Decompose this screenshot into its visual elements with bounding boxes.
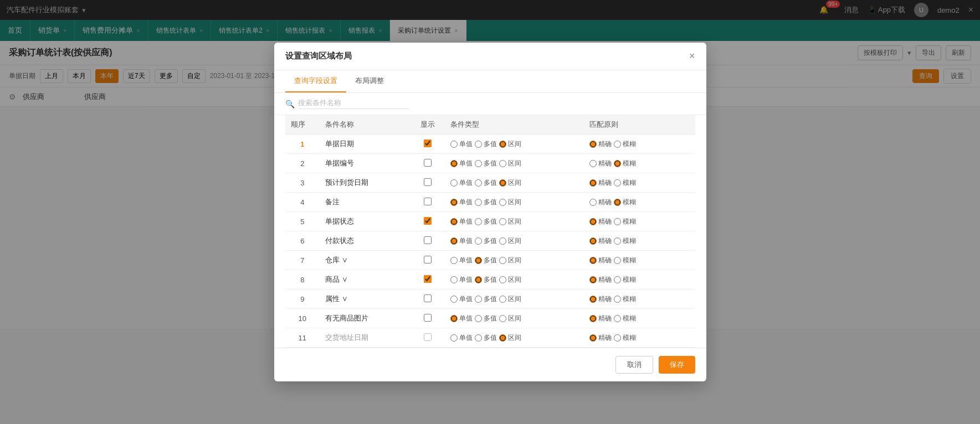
type-multi-label[interactable]: 多值 [475, 159, 497, 168]
type-range-radio[interactable] [499, 160, 506, 167]
match-fuzzy-radio[interactable] [614, 257, 621, 264]
match-fuzzy-label[interactable]: 模糊 [614, 198, 636, 207]
type-range-radio[interactable] [499, 237, 506, 245]
type-multi-radio[interactable] [475, 257, 482, 264]
match-fuzzy-radio[interactable] [614, 218, 621, 225]
row-display-checkbox[interactable] [424, 139, 432, 147]
type-single-radio[interactable] [450, 237, 458, 245]
type-range-label[interactable]: 区间 [499, 159, 521, 168]
row-display-checkbox[interactable] [424, 275, 432, 283]
type-multi-label[interactable]: 多值 [475, 198, 497, 207]
match-exact-label[interactable]: 精确 [589, 256, 612, 265]
match-exact-radio[interactable] [589, 315, 597, 322]
type-multi-radio[interactable] [475, 141, 482, 148]
row-display-checkbox[interactable] [424, 198, 432, 205]
row-display-checkbox[interactable] [424, 178, 432, 186]
type-range-label[interactable]: 区间 [499, 198, 521, 207]
type-single-radio[interactable] [450, 218, 458, 225]
match-exact-radio[interactable] [589, 199, 597, 206]
match-exact-radio[interactable] [589, 160, 597, 167]
type-single-label[interactable]: 单值 [450, 314, 473, 323]
type-range-label[interactable]: 区间 [499, 275, 521, 285]
match-fuzzy-label[interactable]: 模糊 [614, 178, 636, 188]
match-exact-radio[interactable] [589, 179, 597, 187]
type-range-radio[interactable] [499, 218, 506, 225]
dialog-tab-layout[interactable]: 布局调整 [346, 70, 393, 92]
type-single-radio[interactable] [450, 160, 458, 167]
match-exact-label[interactable]: 精确 [589, 159, 612, 168]
match-exact-label[interactable]: 精确 [589, 275, 612, 285]
type-range-radio[interactable] [499, 257, 506, 264]
type-multi-radio[interactable] [475, 315, 482, 322]
type-multi-radio[interactable] [475, 218, 482, 225]
type-multi-radio[interactable] [475, 237, 482, 245]
match-exact-radio[interactable] [589, 218, 597, 225]
type-range-label[interactable]: 区间 [499, 294, 521, 304]
type-multi-radio[interactable] [475, 199, 482, 206]
type-multi-radio[interactable] [475, 276, 482, 283]
type-range-label[interactable]: 区间 [499, 256, 521, 265]
match-exact-label[interactable]: 精确 [589, 294, 612, 304]
type-multi-label[interactable]: 多值 [475, 236, 497, 246]
type-multi-label[interactable]: 多值 [475, 314, 497, 323]
type-multi-label[interactable]: 多值 [475, 256, 497, 265]
type-range-radio[interactable] [499, 315, 506, 322]
row-display-checkbox[interactable] [424, 217, 432, 225]
type-multi-label[interactable]: 多值 [475, 178, 497, 188]
type-range-radio[interactable] [499, 199, 506, 206]
row-display-checkbox[interactable] [424, 159, 432, 167]
match-fuzzy-radio[interactable] [614, 237, 621, 245]
type-single-label[interactable]: 单值 [450, 256, 473, 265]
match-exact-radio[interactable] [589, 296, 597, 303]
match-fuzzy-label[interactable]: 模糊 [614, 217, 636, 226]
match-exact-radio[interactable] [589, 276, 597, 283]
type-range-label[interactable]: 区间 [499, 217, 521, 226]
match-exact-label[interactable]: 精确 [589, 178, 612, 188]
type-multi-radio[interactable] [475, 296, 482, 303]
type-single-label[interactable]: 单值 [450, 139, 473, 149]
type-range-label[interactable]: 区间 [499, 314, 521, 323]
type-single-radio[interactable] [450, 179, 458, 187]
type-single-radio[interactable] [450, 315, 458, 322]
match-fuzzy-label[interactable]: 模糊 [614, 139, 636, 149]
type-range-label[interactable]: 区间 [499, 139, 521, 149]
type-range-radio[interactable] [499, 179, 506, 187]
match-fuzzy-radio[interactable] [614, 276, 621, 283]
match-exact-radio[interactable] [589, 141, 597, 148]
match-fuzzy-radio[interactable] [614, 179, 621, 187]
type-multi-label[interactable]: 多值 [475, 217, 497, 226]
match-fuzzy-label[interactable]: 模糊 [614, 275, 636, 285]
match-exact-radio[interactable] [589, 237, 597, 245]
type-single-label[interactable]: 单值 [450, 178, 473, 188]
type-multi-label[interactable]: 多值 [475, 275, 497, 285]
type-single-label[interactable]: 单值 [450, 159, 473, 168]
type-single-radio[interactable] [450, 141, 458, 148]
match-fuzzy-label[interactable]: 模糊 [614, 256, 636, 265]
row-display-checkbox[interactable] [424, 314, 432, 322]
match-exact-label[interactable]: 精确 [589, 198, 612, 207]
type-single-radio[interactable] [450, 296, 458, 303]
type-range-radio[interactable] [499, 276, 506, 283]
type-single-label[interactable]: 单值 [450, 294, 473, 304]
type-single-label[interactable]: 单值 [450, 217, 473, 226]
row-display-checkbox[interactable] [424, 256, 432, 263]
match-fuzzy-label[interactable]: 模糊 [614, 236, 636, 246]
match-fuzzy-label[interactable]: 模糊 [614, 294, 636, 304]
type-range-label[interactable]: 区间 [499, 236, 521, 246]
match-fuzzy-radio[interactable] [614, 141, 621, 148]
dialog-tab-query[interactable]: 查询字段设置 [285, 70, 346, 92]
match-fuzzy-radio[interactable] [614, 160, 621, 167]
search-input[interactable] [298, 99, 409, 109]
match-exact-label[interactable]: 精确 [589, 139, 612, 149]
match-fuzzy-radio[interactable] [614, 315, 621, 322]
match-exact-radio[interactable] [589, 257, 597, 264]
type-single-label[interactable]: 单值 [450, 236, 473, 246]
match-exact-label[interactable]: 精确 [589, 236, 612, 246]
type-single-radio[interactable] [450, 199, 458, 206]
dialog-close-btn[interactable]: × [689, 50, 695, 62]
type-range-radio[interactable] [499, 296, 506, 303]
match-fuzzy-radio[interactable] [614, 296, 621, 303]
type-single-radio[interactable] [450, 276, 458, 283]
match-fuzzy-label[interactable]: 模糊 [614, 314, 636, 323]
type-multi-radio[interactable] [475, 179, 482, 187]
